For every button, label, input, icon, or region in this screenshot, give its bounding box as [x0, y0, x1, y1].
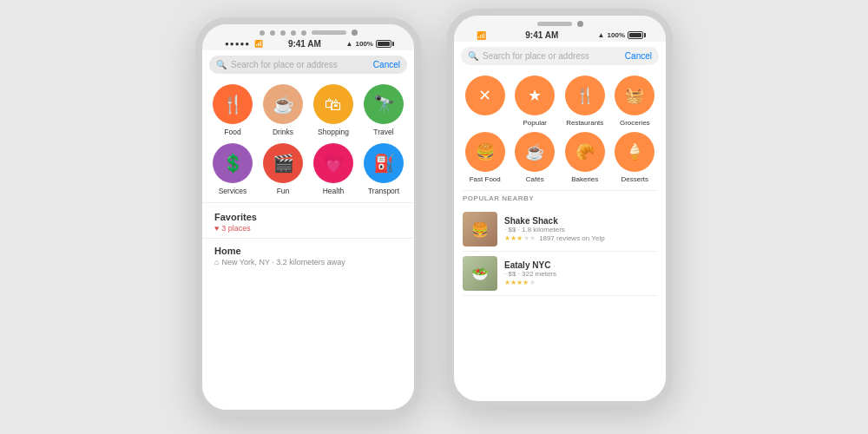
phone-2-search-icon: 🔍	[468, 51, 478, 61]
category-label-transport: Transport	[368, 187, 399, 195]
eataly-meta: · $$ · 322 meters	[504, 270, 657, 278]
favorites-title: Favorites	[214, 212, 402, 222]
phone-2-battery: ▲ 100%	[598, 31, 643, 39]
battery-fill	[378, 42, 390, 46]
nearby-info-eataly: Eataly NYC · $$ · 322 meters ★★★★★	[504, 260, 657, 286]
battery-area: ▲ 100%	[346, 40, 391, 48]
camera-dot-3	[280, 30, 286, 36]
phone-1-camera-row	[260, 30, 358, 36]
subcat-circle-1: ★	[515, 76, 555, 115]
shake-shack-meta: · $$ · 1.8 kilometers	[504, 226, 657, 233]
subcat-item-desserts[interactable]: 🍦 Desserts	[613, 132, 658, 183]
subcat-label-7: Desserts	[621, 175, 648, 183]
home-title: Home	[214, 246, 402, 256]
phone-2-battery-pct: 100%	[608, 31, 625, 39]
search-magnifier-icon: 🔍	[216, 60, 227, 69]
category-circle-drinks: ☕	[263, 84, 303, 124]
fun-icon: 🎬	[273, 153, 294, 174]
category-item-transport[interactable]: ⛽ Transport	[362, 143, 405, 195]
phone-2-battery-fill	[629, 33, 641, 37]
phone-2-status-bar: 📶 9:41 AM ▲ 100%	[468, 29, 652, 42]
category-item-drinks[interactable]: ☕ Drinks	[261, 84, 305, 136]
subcat-item-cafés[interactable]: ☕ Cafés	[513, 132, 558, 183]
subcat-label-2: Restaurants	[566, 119, 603, 127]
camera-dot-2	[270, 30, 275, 36]
health-icon: 💗	[323, 153, 345, 174]
category-item-food[interactable]: 🍴 Food	[211, 84, 254, 136]
category-item-travel[interactable]: 🔭 Travel	[362, 84, 405, 136]
shake-shack-name: Shake Shack	[504, 216, 657, 226]
phone-1: ●●●●● 📶 9:41 AM ▲ 100% 🔍 Search for plac…	[195, 17, 421, 417]
phone-2-wifi: 📶	[477, 31, 486, 40]
phone-2-speaker	[537, 22, 572, 26]
battery-icon	[376, 40, 391, 48]
subcat-circle-2: 🍴	[565, 76, 605, 115]
nearby-img-shake-shack: 🍔	[463, 212, 497, 247]
phone-2-cancel-btn[interactable]: Cancel	[625, 51, 652, 61]
eataly-name: Eataly NYC	[504, 260, 657, 270]
subcat-label-3: Groceries	[620, 119, 650, 127]
food-icon: 🍴	[222, 94, 244, 115]
phone-2-time: 9:41 AM	[525, 30, 558, 40]
heart-icon: ♥	[214, 224, 219, 233]
phone-1-status-bar: ●●●●● 📶 9:41 AM ▲ 100%	[216, 37, 400, 50]
subcat-circle-6: 🥐	[565, 132, 605, 172]
category-circle-transport: ⛽	[364, 143, 404, 183]
home-icon: ⌂	[214, 258, 219, 266]
subcat-item-fast-food[interactable]: 🍔 Fast Food	[463, 132, 508, 183]
subcat-label-6: Bakeries	[571, 175, 598, 183]
nearby-info-shake-shack: Shake Shack · $$ · 1.8 kilometers ★★★★★ …	[504, 216, 657, 242]
phone-1-search-bar[interactable]: 🔍 Search for place or address Cancel	[209, 56, 407, 74]
category-circle-travel: 🔭	[364, 84, 404, 124]
subcat-icon-0: ✕	[478, 86, 491, 105]
subcat-item-restaurants[interactable]: 🍴 Restaurants	[562, 76, 608, 127]
subcat-icon-4: 🍔	[476, 142, 495, 161]
home-sub: ⌂ New York, NY · 3.2 kilometers away	[214, 258, 402, 266]
subcat-icon-3: 🧺	[625, 86, 644, 105]
phone-2-search-placeholder: Search for place or address	[483, 51, 621, 61]
phone-2-battery-icon	[628, 31, 643, 39]
category-label-fun: Fun	[277, 187, 290, 195]
subcat-icon-7: 🍦	[625, 142, 644, 161]
nearby-item-1[interactable]: 🍔 Shake Shack · $$ · 1.8 kilometers ★★★★…	[463, 207, 657, 252]
subcat-icon-6: 🥐	[575, 142, 595, 161]
category-label-drinks: Drinks	[273, 128, 293, 136]
shake-shack-stars: ★★★★★ 1897 reviews on Yelp	[504, 234, 657, 242]
category-circle-food: 🍴	[213, 84, 253, 124]
category-circle-services: 💲	[213, 143, 253, 183]
subcat-item-cancel[interactable]: ✕	[463, 76, 508, 127]
camera-dot-left	[260, 30, 265, 36]
subcat-circle-5: ☕	[515, 132, 555, 172]
category-item-health[interactable]: 💗 Health	[312, 143, 355, 195]
phone-2-search-bar[interactable]: 🔍 Search for place or address Cancel	[461, 47, 659, 65]
phone-2-camera-row	[537, 21, 583, 27]
phone-2-screen: 🔍 Search for place or address Cancel ✕ ★…	[454, 42, 666, 401]
shopping-icon: 🛍	[325, 95, 342, 115]
subcat-icon-1: ★	[528, 86, 542, 105]
subcat-icon-2: 🍴	[575, 86, 595, 105]
subcat-item-popular[interactable]: ★ Popular	[513, 76, 558, 127]
drinks-icon: ☕	[273, 94, 294, 115]
home-address: New York, NY · 3.2 kilometers away	[221, 258, 345, 266]
favorites-sub: ♥ 3 places	[214, 224, 402, 233]
category-circle-shopping: 🛍	[313, 84, 353, 124]
camera-dot-5	[301, 30, 306, 36]
subcat-label-4: Fast Food	[470, 175, 501, 183]
battery-tip	[392, 42, 394, 46]
services-icon: 💲	[222, 153, 244, 174]
category-item-shopping[interactable]: 🛍 Shopping	[312, 84, 355, 136]
subcat-circle-0: ✕	[465, 76, 505, 115]
phone-1-cancel-btn[interactable]: Cancel	[373, 60, 400, 69]
favorites-section: Favorites ♥ 3 places	[202, 202, 414, 238]
category-circle-fun: 🎬	[263, 143, 303, 183]
subcat-item-bakeries[interactable]: 🥐 Bakeries	[562, 132, 608, 183]
category-item-services[interactable]: 💲 Services	[211, 143, 254, 195]
category-label-services: Services	[219, 187, 247, 195]
arrow-icon: ▲	[346, 40, 353, 48]
subcat-item-groceries[interactable]: 🧺 Groceries	[613, 76, 658, 127]
eataly-stars: ★★★★★	[504, 279, 657, 286]
phone-1-notch: ●●●●● 📶 9:41 AM ▲ 100%	[202, 24, 414, 50]
nearby-item-2[interactable]: 🥗 Eataly NYC · $$ · 322 meters ★★★★★	[463, 252, 657, 296]
home-section: Home ⌂ New York, NY · 3.2 kilometers awa…	[202, 238, 414, 273]
category-item-fun[interactable]: 🎬 Fun	[261, 143, 305, 195]
